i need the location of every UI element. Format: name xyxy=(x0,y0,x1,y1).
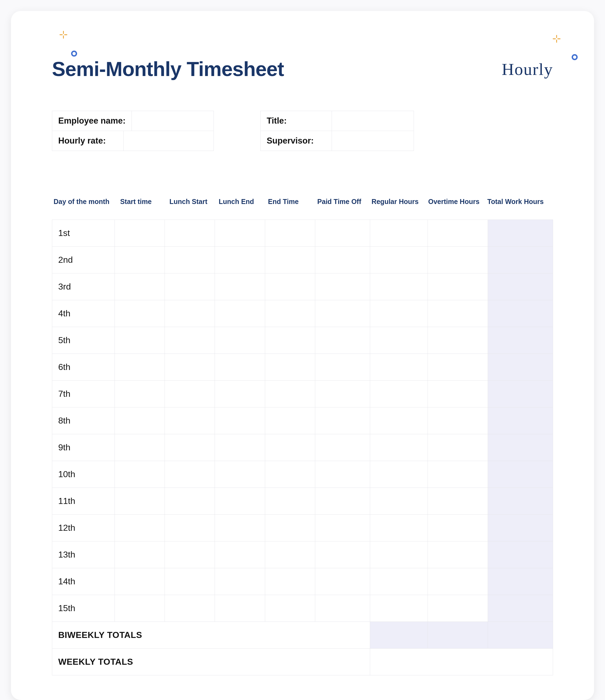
lunch-end-cell[interactable] xyxy=(215,542,265,568)
overtime-cell[interactable] xyxy=(428,461,488,488)
overtime-cell[interactable] xyxy=(428,220,488,247)
lunch-end-cell[interactable] xyxy=(215,461,265,488)
lunch-end-cell[interactable] xyxy=(215,300,265,327)
overtime-cell[interactable] xyxy=(428,247,488,273)
start-time-cell[interactable] xyxy=(115,354,165,381)
overtime-cell[interactable] xyxy=(428,407,488,434)
regular-cell[interactable] xyxy=(370,515,428,542)
end-time-cell[interactable] xyxy=(265,568,315,595)
overtime-cell[interactable] xyxy=(428,273,488,300)
regular-cell[interactable] xyxy=(370,434,428,461)
lunch-end-cell[interactable] xyxy=(215,515,265,542)
title-field[interactable] xyxy=(332,111,413,131)
regular-cell[interactable] xyxy=(370,595,428,622)
regular-cell[interactable] xyxy=(370,568,428,595)
overtime-cell[interactable] xyxy=(428,381,488,407)
regular-cell[interactable] xyxy=(370,381,428,407)
lunch-end-cell[interactable] xyxy=(215,568,265,595)
start-time-cell[interactable] xyxy=(115,488,165,515)
regular-cell[interactable] xyxy=(370,327,428,354)
regular-cell[interactable] xyxy=(370,354,428,381)
end-time-cell[interactable] xyxy=(265,273,315,300)
pto-cell[interactable] xyxy=(315,327,370,354)
lunch-start-cell[interactable] xyxy=(165,488,215,515)
lunch-start-cell[interactable] xyxy=(165,220,215,247)
overtime-cell[interactable] xyxy=(428,327,488,354)
start-time-cell[interactable] xyxy=(115,515,165,542)
lunch-start-cell[interactable] xyxy=(165,273,215,300)
end-time-cell[interactable] xyxy=(265,434,315,461)
biweekly-total[interactable] xyxy=(488,622,553,649)
pto-cell[interactable] xyxy=(315,247,370,273)
lunch-start-cell[interactable] xyxy=(165,434,215,461)
supervisor-field[interactable] xyxy=(332,131,413,151)
end-time-cell[interactable] xyxy=(265,381,315,407)
regular-cell[interactable] xyxy=(370,407,428,434)
lunch-start-cell[interactable] xyxy=(165,595,215,622)
start-time-cell[interactable] xyxy=(115,595,165,622)
start-time-cell[interactable] xyxy=(115,381,165,407)
lunch-end-cell[interactable] xyxy=(215,273,265,300)
biweekly-overtime[interactable] xyxy=(428,622,488,649)
weekly-total[interactable] xyxy=(370,649,553,675)
lunch-start-cell[interactable] xyxy=(165,300,215,327)
pto-cell[interactable] xyxy=(315,300,370,327)
end-time-cell[interactable] xyxy=(265,461,315,488)
pto-cell[interactable] xyxy=(315,354,370,381)
lunch-end-cell[interactable] xyxy=(215,434,265,461)
overtime-cell[interactable] xyxy=(428,515,488,542)
lunch-start-cell[interactable] xyxy=(165,381,215,407)
overtime-cell[interactable] xyxy=(428,354,488,381)
pto-cell[interactable] xyxy=(315,220,370,247)
start-time-cell[interactable] xyxy=(115,247,165,273)
pto-cell[interactable] xyxy=(315,515,370,542)
end-time-cell[interactable] xyxy=(265,300,315,327)
overtime-cell[interactable] xyxy=(428,595,488,622)
pto-cell[interactable] xyxy=(315,542,370,568)
end-time-cell[interactable] xyxy=(265,595,315,622)
pto-cell[interactable] xyxy=(315,568,370,595)
start-time-cell[interactable] xyxy=(115,220,165,247)
end-time-cell[interactable] xyxy=(265,542,315,568)
end-time-cell[interactable] xyxy=(265,354,315,381)
start-time-cell[interactable] xyxy=(115,300,165,327)
start-time-cell[interactable] xyxy=(115,434,165,461)
end-time-cell[interactable] xyxy=(265,220,315,247)
lunch-end-cell[interactable] xyxy=(215,247,265,273)
overtime-cell[interactable] xyxy=(428,300,488,327)
lunch-end-cell[interactable] xyxy=(215,595,265,622)
regular-cell[interactable] xyxy=(370,542,428,568)
start-time-cell[interactable] xyxy=(115,273,165,300)
lunch-end-cell[interactable] xyxy=(215,488,265,515)
lunch-start-cell[interactable] xyxy=(165,542,215,568)
regular-cell[interactable] xyxy=(370,273,428,300)
end-time-cell[interactable] xyxy=(265,488,315,515)
lunch-end-cell[interactable] xyxy=(215,220,265,247)
start-time-cell[interactable] xyxy=(115,407,165,434)
pto-cell[interactable] xyxy=(315,461,370,488)
start-time-cell[interactable] xyxy=(115,461,165,488)
lunch-end-cell[interactable] xyxy=(215,327,265,354)
pto-cell[interactable] xyxy=(315,595,370,622)
hourly-rate-field[interactable] xyxy=(123,131,205,151)
start-time-cell[interactable] xyxy=(115,542,165,568)
regular-cell[interactable] xyxy=(370,247,428,273)
regular-cell[interactable] xyxy=(370,461,428,488)
lunch-start-cell[interactable] xyxy=(165,568,215,595)
lunch-start-cell[interactable] xyxy=(165,247,215,273)
lunch-start-cell[interactable] xyxy=(165,354,215,381)
lunch-end-cell[interactable] xyxy=(215,381,265,407)
end-time-cell[interactable] xyxy=(265,327,315,354)
pto-cell[interactable] xyxy=(315,273,370,300)
lunch-start-cell[interactable] xyxy=(165,407,215,434)
end-time-cell[interactable] xyxy=(265,247,315,273)
lunch-start-cell[interactable] xyxy=(165,515,215,542)
end-time-cell[interactable] xyxy=(265,515,315,542)
lunch-start-cell[interactable] xyxy=(165,327,215,354)
end-time-cell[interactable] xyxy=(265,407,315,434)
overtime-cell[interactable] xyxy=(428,488,488,515)
employee-name-field[interactable] xyxy=(131,111,213,131)
lunch-end-cell[interactable] xyxy=(215,407,265,434)
overtime-cell[interactable] xyxy=(428,434,488,461)
pto-cell[interactable] xyxy=(315,434,370,461)
